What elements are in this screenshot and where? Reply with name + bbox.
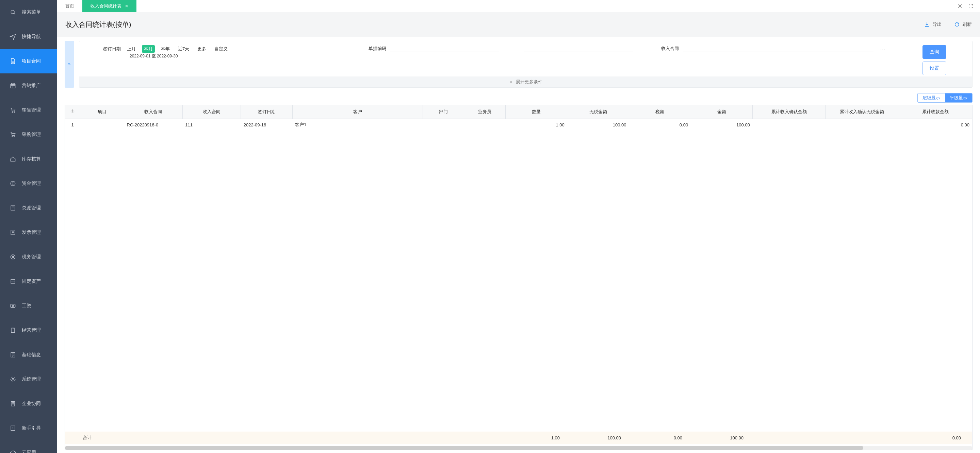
svg-point-5 xyxy=(14,136,15,137)
col-header-11[interactable]: 累计收入确认金额 xyxy=(753,105,826,119)
close-icon[interactable] xyxy=(957,3,963,9)
sidebar-item-label: 资金管理 xyxy=(22,181,48,187)
gear-icon[interactable] xyxy=(70,109,75,114)
sidebar-item-8[interactable]: 总账管理 xyxy=(0,196,57,220)
page-title: 收入合同统计表(按单) xyxy=(65,20,924,29)
sidebar-item-12[interactable]: 工资 xyxy=(0,294,57,318)
sidebar-item-label: 总账管理 xyxy=(22,205,48,211)
gear-icon xyxy=(10,376,16,383)
svg-rect-10 xyxy=(11,279,15,284)
date-chip-1[interactable]: 本月 xyxy=(142,45,155,53)
sidebar-item-14[interactable]: 基础信息 xyxy=(0,342,57,367)
date-chip-4[interactable]: 更多 xyxy=(195,45,208,53)
link-cell[interactable]: 1.00 xyxy=(556,122,564,127)
query-button[interactable]: 查询 xyxy=(923,45,946,59)
sidebar-item-15[interactable]: 系统管理 xyxy=(0,367,57,391)
svg-rect-16 xyxy=(11,401,14,406)
tax-icon xyxy=(10,253,16,260)
fullscreen-icon[interactable] xyxy=(968,3,974,9)
main: 首页收入合同统计表✕ 收入合同统计表(按单) 导出 刷新 xyxy=(57,0,980,453)
sign-date-label: 签订日期 xyxy=(103,46,121,52)
col-header-0[interactable]: 项目 xyxy=(80,105,124,119)
more-options-icon[interactable]: ··· xyxy=(878,46,889,51)
display-mode-toggle[interactable]: 层级显示 平级显示 xyxy=(917,93,972,103)
tab-label: 收入合同统计表 xyxy=(91,3,121,9)
sidebar-item-2[interactable]: 项目合同 xyxy=(0,49,57,73)
svg-point-2 xyxy=(12,112,13,113)
filter-collapse-toggle[interactable] xyxy=(65,41,74,88)
link-cell[interactable]: 100.00 xyxy=(737,122,750,127)
sidebar-item-13[interactable]: 经营管理 xyxy=(0,318,57,342)
date-chip-3[interactable]: 近7天 xyxy=(176,45,191,53)
col-header-8[interactable]: 无税金额 xyxy=(567,105,629,119)
filter-panel: 签订日期 上月本月本年近7天更多自定义 2022-09-01 至 2022-09… xyxy=(57,37,980,92)
refresh-button[interactable]: 刷新 xyxy=(954,21,972,27)
page-header: 收入合同统计表(按单) 导出 刷新 xyxy=(57,12,980,37)
sidebar-item-5[interactable]: 采购管理 xyxy=(0,122,57,147)
col-header-1[interactable]: 收入合同 xyxy=(124,105,183,119)
date-chip-2[interactable]: 本年 xyxy=(159,45,172,53)
sidebar-item-11[interactable]: 固定资产 xyxy=(0,269,57,294)
sidebar-item-4[interactable]: 销售管理 xyxy=(0,98,57,122)
asset-icon xyxy=(10,278,16,285)
col-header-4[interactable]: 客户 xyxy=(292,105,423,119)
clipboard-icon xyxy=(10,327,16,334)
invoice-icon xyxy=(10,229,16,236)
svg-point-0 xyxy=(11,10,14,14)
link-cell[interactable]: RC-20220916-0 xyxy=(127,122,159,127)
sidebar-item-18[interactable]: 云应用 xyxy=(0,440,57,453)
svg-point-12 xyxy=(12,305,14,307)
tab-1[interactable]: 收入合同统计表✕ xyxy=(82,0,137,12)
hierarchical-display-option[interactable]: 层级显示 xyxy=(918,93,945,102)
table-row[interactable]: 1RC-20220916-01112022-09-16客户11.00100.00… xyxy=(65,119,972,131)
expand-conditions-toggle[interactable]: 展开更多条件 xyxy=(79,76,972,87)
compass-icon xyxy=(10,33,16,40)
cart-icon xyxy=(10,107,16,114)
doc-code-to-input[interactable] xyxy=(524,45,633,52)
sidebar-item-label: 快捷导航 xyxy=(22,34,48,40)
sidebar-item-label: 工资 xyxy=(22,303,48,309)
sidebar-item-16[interactable]: 企业协同 xyxy=(0,391,57,416)
home-icon xyxy=(10,156,16,162)
col-header-3[interactable]: 签订日期 xyxy=(241,105,292,119)
sidebar-item-label: 搜索菜单 xyxy=(22,9,48,15)
coin-icon xyxy=(10,180,16,187)
sidebar-item-7[interactable]: 资金管理 xyxy=(0,171,57,196)
building-icon xyxy=(10,400,16,407)
sidebar-item-1[interactable]: 快捷导航 xyxy=(0,24,57,49)
sidebar-item-label: 税务管理 xyxy=(22,254,48,260)
svg-point-15 xyxy=(12,379,14,380)
date-chip-5[interactable]: 自定义 xyxy=(212,45,230,53)
col-header-5[interactable]: 部门 xyxy=(423,105,464,119)
sidebar-item-label: 采购管理 xyxy=(22,131,48,138)
sidebar-item-6[interactable]: 库存核算 xyxy=(0,147,57,171)
link-cell[interactable]: 0.00 xyxy=(961,122,969,127)
flat-display-option[interactable]: 平级显示 xyxy=(945,93,972,102)
col-header-9[interactable]: 税额 xyxy=(629,105,691,119)
col-header-12[interactable]: 累计收入确认无税金额 xyxy=(826,105,898,119)
doc-code-from-input[interactable] xyxy=(390,45,499,52)
close-icon[interactable]: ✕ xyxy=(125,4,128,8)
link-cell[interactable]: 100.00 xyxy=(613,122,627,127)
expand-label: 展开更多条件 xyxy=(516,79,542,85)
sidebar-item-label: 库存核算 xyxy=(22,156,48,162)
sidebar-item-9[interactable]: 发票管理 xyxy=(0,220,57,245)
date-chip-0[interactable]: 上月 xyxy=(125,45,138,53)
date-range-text: 2022-09-01 至 2022-09-30 xyxy=(103,53,369,59)
sidebar-item-3[interactable]: 营销推广 xyxy=(0,73,57,98)
col-header-7[interactable]: 数量 xyxy=(505,105,567,119)
sidebar-item-0[interactable]: 搜索菜单 xyxy=(0,0,57,24)
income-contract-input[interactable] xyxy=(683,45,873,52)
cart-icon xyxy=(10,131,16,138)
col-header-2[interactable]: 收入合同 xyxy=(182,105,241,119)
col-header-6[interactable]: 业务员 xyxy=(464,105,505,119)
horizontal-scrollbar[interactable] xyxy=(65,444,972,449)
sidebar-item-10[interactable]: 税务管理 xyxy=(0,245,57,269)
col-header-13[interactable]: 累计收款金额 xyxy=(898,105,972,119)
sidebar-item-17[interactable]: 新手引导 xyxy=(0,416,57,440)
svg-point-19 xyxy=(72,111,73,112)
tab-0[interactable]: 首页 xyxy=(57,0,82,12)
col-header-10[interactable]: 金额 xyxy=(691,105,753,119)
settings-button[interactable]: 设置 xyxy=(923,62,946,75)
export-button[interactable]: 导出 xyxy=(924,21,942,27)
